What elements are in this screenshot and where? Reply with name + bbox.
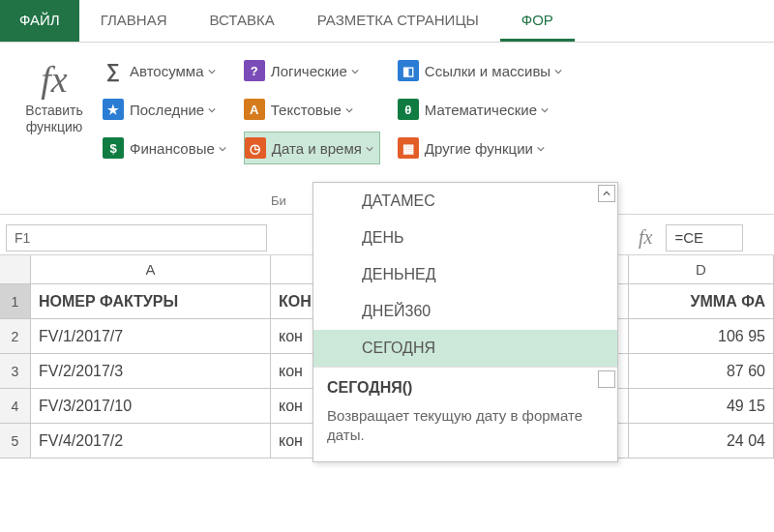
- dropdown-item[interactable]: ДАТАМЕС: [313, 183, 617, 220]
- fx-icon[interactable]: fx: [631, 226, 660, 249]
- cell[interactable]: 87 60: [629, 354, 774, 388]
- chevron-down-icon: [219, 140, 226, 156]
- row-header[interactable]: 5: [0, 424, 31, 458]
- chevron-down-icon: [208, 63, 216, 78]
- math-icon: θ: [398, 99, 419, 120]
- cell[interactable]: 24 04: [629, 424, 774, 458]
- datetime-label: Дата и время: [272, 140, 362, 157]
- col-header-d[interactable]: D: [629, 255, 774, 283]
- dropdown-item[interactable]: СЕГОДНЯ: [313, 330, 617, 367]
- row-header[interactable]: 4: [0, 389, 31, 423]
- chevron-down-icon: [554, 63, 562, 78]
- logical-icon: ?: [244, 60, 265, 81]
- tab-insert[interactable]: ВСТАВКА: [189, 0, 296, 42]
- insert-function-label: Вставитьфункцию: [6, 103, 103, 135]
- math-button[interactable]: θ Математические: [398, 93, 562, 126]
- cell[interactable]: FV/2/2017/3: [31, 354, 271, 388]
- datetime-dropdown: ДАТАМЕС ДЕНЬ ДЕНЬНЕД ДНЕЙ360 СЕГОДНЯ СЕГ…: [313, 182, 618, 462]
- sigma-icon: ∑: [103, 60, 124, 81]
- cell[interactable]: 106 95: [629, 319, 774, 353]
- logical-button[interactable]: ? Логические: [244, 54, 380, 87]
- function-tooltip: СЕГОДНЯ() Возвращает текущую дату в форм…: [313, 367, 617, 461]
- tooltip-description: Возвращает текущую дату в формате даты.: [327, 406, 604, 446]
- clock-icon: ◷: [245, 137, 266, 159]
- tooltip-title: СЕГОДНЯ(): [327, 379, 604, 397]
- math-label: Математические: [425, 102, 537, 118]
- row-header[interactable]: 1: [0, 284, 31, 318]
- row-header[interactable]: 2: [0, 319, 31, 353]
- chevron-down-icon: [366, 140, 373, 156]
- dropdown-item[interactable]: ДЕНЬ: [313, 220, 617, 256]
- cell[interactable]: FV/4/2017/2: [31, 424, 271, 458]
- recent-icon: ★: [103, 99, 124, 120]
- formula-input[interactable]: =СЕ: [666, 224, 743, 251]
- chevron-down-icon: [537, 140, 545, 156]
- chevron-down-icon: [351, 63, 359, 78]
- chevron-down-icon: [345, 102, 353, 117]
- scroll-thumb[interactable]: [598, 370, 615, 388]
- row-header[interactable]: 3: [0, 354, 31, 388]
- cell[interactable]: FV/3/2017/10: [31, 389, 271, 423]
- text-button[interactable]: A Текстовые: [244, 93, 380, 126]
- dropdown-item[interactable]: ДНЕЙ360: [313, 293, 617, 330]
- more-functions-button[interactable]: ▦ Другие функции: [398, 132, 562, 164]
- text-label: Текстовые: [271, 102, 342, 118]
- logical-label: Логические: [271, 63, 347, 79]
- autosum-label: Автосумма: [130, 63, 204, 79]
- financial-icon: $: [103, 137, 124, 159]
- more-label: Другие функции: [425, 140, 533, 157]
- recent-label: Последние: [130, 102, 204, 118]
- tab-home[interactable]: ГЛАВНАЯ: [79, 0, 189, 42]
- financial-button[interactable]: $ Финансовые: [103, 132, 226, 164]
- col-header-a[interactable]: A: [31, 255, 271, 283]
- recent-button[interactable]: ★ Последние: [103, 93, 226, 126]
- autosum-button[interactable]: ∑ Автосумма: [103, 54, 226, 87]
- chevron-down-icon: [208, 102, 216, 117]
- ribbon-group-label: Би: [271, 193, 286, 208]
- cell[interactable]: 49 15: [629, 389, 774, 423]
- name-box[interactable]: F1: [6, 224, 267, 251]
- insert-function-button[interactable]: fx Вставитьфункцию: [6, 48, 103, 214]
- fx-icon: fx: [6, 58, 103, 101]
- chevron-down-icon: [541, 102, 549, 117]
- lookup-label: Ссылки и массивы: [425, 63, 551, 79]
- text-icon: A: [244, 99, 265, 120]
- tab-page-layout[interactable]: РАЗМЕТКА СТРАНИЦЫ: [296, 0, 500, 42]
- tab-file[interactable]: ФАЙЛ: [0, 0, 79, 42]
- cell[interactable]: FV/1/2017/7: [31, 319, 271, 353]
- lookup-icon: ◧: [398, 60, 419, 81]
- cell[interactable]: НОМЕР ФАКТУРЫ: [31, 284, 271, 318]
- more-icon: ▦: [398, 137, 419, 159]
- ribbon-tabs: ФАЙЛ ГЛАВНАЯ ВСТАВКА РАЗМЕТКА СТРАНИЦЫ Ф…: [0, 0, 774, 43]
- cell[interactable]: УММА ФА: [629, 284, 774, 318]
- scroll-up-button[interactable]: [598, 185, 615, 202]
- datetime-button[interactable]: ◷ Дата и время: [244, 132, 380, 164]
- financial-label: Финансовые: [130, 140, 215, 157]
- dropdown-item[interactable]: ДЕНЬНЕД: [313, 256, 617, 293]
- select-all-corner[interactable]: [0, 255, 31, 283]
- lookup-button[interactable]: ◧ Ссылки и массивы: [398, 54, 562, 87]
- tab-formulas[interactable]: ФОР: [500, 0, 575, 42]
